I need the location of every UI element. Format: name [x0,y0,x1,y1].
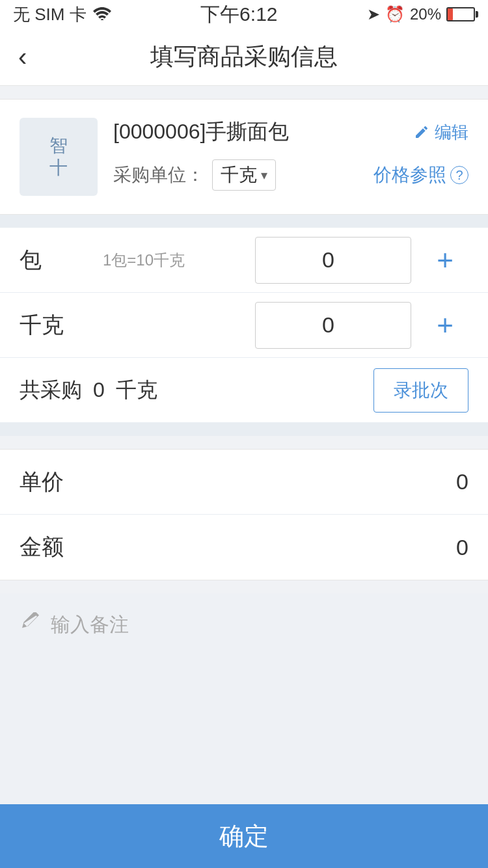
summary-text: 共采购 0 千克 [20,376,157,405]
bao-sublabel: 1包=10千克 [103,250,185,271]
record-batch-button[interactable]: 录批次 [373,368,468,413]
section-divider-2 [0,423,488,436]
bao-row: 包 1包=10千克 + [0,228,488,293]
unit-row: 采购单位： 千克 ▾ 价格参照 ? [113,159,468,191]
unit-price-row: 单价 0 [0,450,488,515]
battery-icon [446,7,475,21]
unit-label: 采购单位： [113,163,204,187]
remark-placeholder[interactable]: 输入备注 [51,612,129,638]
unit-price-label: 单价 [20,467,64,497]
status-bar: 无 SIM 卡 下午6:12 ➤ ⏰ 20% [0,0,488,29]
kg-row: 千克 + [0,293,488,358]
amount-row: 金额 0 [0,515,488,580]
kg-input-section: 千克 + [0,293,488,358]
back-button[interactable]: ‹ [18,42,27,72]
product-name-row: [0000006]手撕面包 编辑 [113,118,468,146]
unit-select[interactable]: 千克 ▾ [212,159,276,191]
price-info-section: 单价 0 金额 0 [0,449,488,580]
amount-label: 金额 [20,532,64,562]
status-time: 下午6:12 [200,1,277,28]
alarm-icon: ⏰ [385,5,405,23]
help-icon: ? [450,166,468,184]
edit-button[interactable]: 编辑 [414,121,468,144]
section-divider-1 [0,215,488,228]
product-name: [0000006]手撕面包 [113,118,289,146]
carrier-text: 无 SIM 卡 [13,3,87,26]
bao-quantity-input[interactable] [255,237,411,284]
status-right: ➤ ⏰ 20% [367,5,475,23]
summary-row: 共采购 0 千克 录批次 [0,358,488,423]
wifi-icon [93,5,111,25]
bao-input-right: + [185,237,468,284]
kg-label: 千克 [20,310,98,340]
bao-label: 包 [20,245,98,275]
amount-value: 0 [456,535,468,560]
svg-point-0 [101,19,103,20]
product-info: [0000006]手撕面包 编辑 采购单位： 千克 ▾ 价格 [113,118,468,191]
price-ref-button[interactable]: 价格参照 ? [373,163,468,187]
location-icon: ➤ [367,5,380,23]
product-logo: 智 十 [49,135,68,178]
remark-section[interactable]: 输入备注 [0,593,488,657]
nav-bar: ‹ 填写商品采购信息 [0,29,488,86]
pencil-icon [20,612,40,638]
product-card: 智 十 [0000006]手撕面包 编辑 采购单位： 千克 [0,99,488,215]
page-title: 填写商品采购信息 [150,41,338,73]
kg-input-right: + [98,302,468,349]
bao-plus-button[interactable]: + [422,237,468,284]
battery-text: 20% [410,5,441,23]
bao-input-section: 包 1包=10千克 + [0,228,488,293]
chevron-down-icon: ▾ [261,167,267,183]
kg-plus-button[interactable]: + [422,302,468,349]
product-thumbnail: 智 十 [20,118,98,196]
kg-quantity-input[interactable] [255,302,411,349]
status-left: 无 SIM 卡 [13,3,111,26]
confirm-button[interactable]: 确定 [0,804,488,868]
unit-price-value: 0 [456,469,468,495]
